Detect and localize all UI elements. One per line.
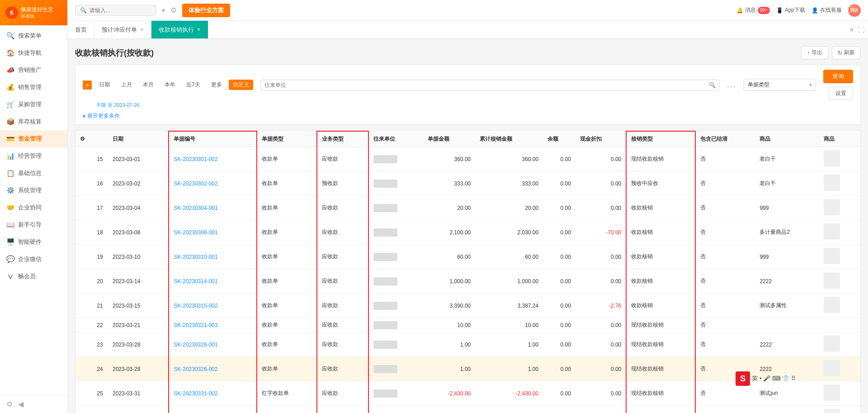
filter-bar: » 日期 上月 本月 本年 近7天 更多 自定义 🔍 ... [75, 65, 861, 125]
query-btn[interactable]: 查询 [823, 70, 853, 83]
filter-7days[interactable]: 近7天 [182, 80, 204, 90]
tabs-bar: 首页 预计冲应付单 ✕ 收款核销执行 ✕ ✕ ⛶ [68, 21, 868, 39]
row-amount: 1,000.00 [423, 269, 475, 294]
app-download-action[interactable]: 📱 App下载 [776, 6, 805, 14]
row-product: 多计量商品2 [755, 220, 819, 245]
row-bill-no[interactable]: SK-20230308-001 [169, 220, 257, 245]
sidebar-item-purchase[interactable]: 🛒 采购管理 [0, 96, 67, 113]
table-row[interactable]: 17 2023-03-04 SK-20230304-001 收款单 应收款 ██… [75, 196, 860, 220]
filter-this-month[interactable]: 本月 [139, 80, 158, 90]
sidebar-item-search[interactable]: 🔍 搜索菜单 [0, 27, 67, 44]
table-row[interactable]: 20 2023-03-14 SK-20230314-001 收款单 应收款 ██… [75, 269, 860, 294]
sidebar-item-member[interactable]: V 畅会员 [0, 268, 67, 285]
filter-more[interactable]: 更多 [207, 80, 226, 90]
row-counterparty: ██ [368, 245, 423, 269]
table-row[interactable]: 24 2023-03-28 SK-20230328-002 收款单 应收款 ██… [75, 357, 860, 381]
filter-expand-toggle[interactable]: » [83, 81, 92, 90]
counterparty-input[interactable] [264, 82, 709, 88]
row-gear [75, 245, 92, 269]
row-bill-no[interactable]: SK-20230310-001 [169, 245, 257, 269]
row-bill-no[interactable]: SK-20230302-002 [169, 171, 257, 196]
row-balance: 0.00 [543, 147, 576, 171]
row-gear [75, 318, 92, 332]
sidebar-item-basic[interactable]: 📋 基础信息 [0, 165, 67, 182]
row-bill-no[interactable]: SK-20230301-002 [169, 147, 257, 171]
filter-this-year[interactable]: 本年 [160, 80, 179, 90]
user-avatar[interactable]: Rit [848, 4, 861, 17]
row-bill-no[interactable]: SK-20230403-002 [169, 406, 257, 413]
row-product: 999 [755, 196, 819, 220]
row-bill-no[interactable]: SK-20230321-003 [169, 318, 257, 332]
col-balance: 余额 [543, 131, 576, 147]
sidebar-item-finance[interactable]: 💳 资金管理 [0, 130, 67, 147]
filter-ellipsis[interactable]: ... [727, 80, 736, 90]
main-area: 🔍 ▾ ⚙ 体验行业方案 🔔 消息 99+ 📱 App下载 👤 在线客服 Rit [68, 0, 868, 413]
tab-prepay[interactable]: 预计冲应付单 ✕ [94, 21, 151, 39]
row-gear [75, 220, 92, 245]
export-btn[interactable]: ↑ 导出 [801, 46, 828, 59]
tab-home[interactable]: 首页 [68, 21, 94, 39]
row-cash-discount: 0.00 [576, 406, 626, 413]
row-include-cleared: 否 [695, 220, 755, 245]
sidebar-item-quick[interactable]: 🏠 快捷导航 [0, 44, 67, 62]
row-bill-type: 收款单 [257, 269, 317, 294]
message-action[interactable]: 🔔 消息 99+ [736, 6, 770, 14]
topbar-gear-icon[interactable]: ⚙ [170, 6, 177, 14]
receipt-type-select[interactable]: 单据类型 ▾ [744, 79, 816, 91]
tab-expand-icon[interactable]: ⛶ [858, 26, 864, 33]
table-body: 15 2023-03-01 SK-20230301-002 收款单 应收款 ██… [75, 147, 860, 413]
sidebar-item-marketing[interactable]: 📣 营销推广 [0, 62, 67, 79]
col-settings[interactable]: ⚙ [75, 131, 92, 147]
sidebar-item-system[interactable]: ⚙️ 系统管理 [0, 182, 67, 199]
table-row[interactable]: 21 2023-03-15 SK-20230315-002 收款单 应收款 ██… [75, 294, 860, 318]
table-row[interactable]: 15 2023-03-01 SK-20230301-002 收款单 应收款 ██… [75, 147, 860, 171]
table-row[interactable]: 26 2023-04-03 SK-20230403-002 收款单 预收款 ██… [75, 406, 860, 413]
settings-bottom-icon[interactable]: ⚙ [6, 400, 13, 408]
app-name: 畅康道好生意 [21, 6, 53, 14]
row-cumulative: 60.00 [475, 245, 543, 269]
online-service-action[interactable]: 👤 在线客服 [811, 6, 842, 14]
row-bill-no[interactable]: SK-20230328-001 [169, 332, 257, 357]
tab-close-icon[interactable]: ✕ [849, 26, 854, 33]
row-cash-discount: 0.00 [576, 269, 626, 294]
data-table: ⚙ 日期 单据编号 单据类型 业务类型 往来单位 单据金额 累计核销金额 余额 … [75, 131, 860, 413]
sidebar-item-wechat[interactable]: 💬 企业微信 [0, 251, 67, 268]
page-actions: ↑ 导出 ↻ 刷新 [801, 46, 861, 59]
row-include-cleared: 否 [695, 245, 755, 269]
table-row[interactable]: 16 2023-03-02 SK-20230302-002 收款单 预收款 ██… [75, 171, 860, 196]
row-bill-no[interactable]: SK-20230315-002 [169, 294, 257, 318]
settings-btn[interactable]: 设置 [829, 87, 853, 100]
filter-actions: 查询 设置 [823, 70, 853, 100]
row-bill-no[interactable]: SK-20230314-001 [169, 269, 257, 294]
hardware-icon: 🖥️ [6, 238, 14, 246]
filter-last-month[interactable]: 上月 [117, 80, 136, 90]
table-row[interactable]: 23 2023-03-28 SK-20230328-001 收款单 应收款 ██… [75, 332, 860, 357]
row-bill-no[interactable]: SK-20230331-002 [169, 381, 257, 406]
table-row[interactable]: 19 2023-03-10 SK-20230310-001 收款单 应收款 ██… [75, 245, 860, 269]
row-bill-no[interactable]: SK-20230304-001 [169, 196, 257, 220]
sidebar-item-corp[interactable]: 🤝 企业协同 [0, 199, 67, 216]
tab-verify[interactable]: 收款核销执行 ✕ [151, 21, 208, 39]
filter-expand-btn[interactable]: ▾ 展开更多条件 [83, 112, 853, 120]
tab-prepay-close[interactable]: ✕ [140, 27, 144, 33]
sidebar-item-guide[interactable]: 📖 新手引导 [0, 216, 67, 233]
refresh-btn[interactable]: ↻ 刷新 [832, 46, 861, 59]
row-date: 2023-03-01 [108, 147, 169, 171]
collapse-icon[interactable]: ◀ [18, 400, 24, 408]
col-counterparty: 往来单位 [368, 131, 423, 147]
row-bill-no[interactable]: SK-20230328-002 [169, 357, 257, 381]
row-bill-type: 收款单 [257, 406, 317, 413]
tab-verify-close[interactable]: ✕ [197, 27, 201, 33]
row-amount: 360.00 [423, 147, 475, 171]
sidebar-item-sales[interactable]: 💰 销售管理 [0, 79, 67, 96]
sidebar-item-operations[interactable]: 📊 经营管理 [0, 147, 67, 165]
sidebar-item-inventory[interactable]: 📦 库存核算 [0, 113, 67, 130]
table-row[interactable]: 18 2023-03-08 SK-20230308-001 收款单 应收款 ██… [75, 220, 860, 245]
sidebar-item-hardware[interactable]: 🖥️ 智能硬件 [0, 233, 67, 251]
topbar-search-input[interactable] [90, 7, 148, 14]
filter-custom[interactable]: 自定义 [229, 80, 253, 90]
table-row[interactable]: 22 2023-03-21 SK-20230321-003 收款单 应收款 ██… [75, 318, 860, 332]
topbar-dropdown-icon[interactable]: ▾ [162, 7, 165, 14]
table-row[interactable]: 25 2023-03-31 SK-20230331-002 红字收款单 应收款 … [75, 381, 860, 406]
industry-btn[interactable]: 体验行业方案 [182, 4, 230, 17]
